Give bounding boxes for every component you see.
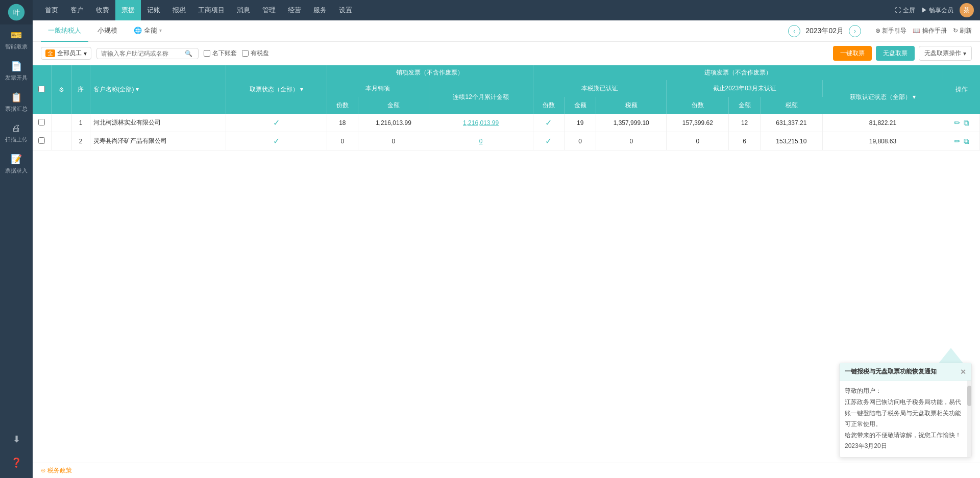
notification-popup: 一键报税与无盘取票功能恢复通知 ✕ 尊敬的用户：江苏政务网已恢访问电子税务局功能… bbox=[839, 363, 972, 458]
tab-all[interactable]: 🌐 全能 ▾ bbox=[127, 20, 169, 42]
row-checkbox-0[interactable] bbox=[33, 114, 51, 132]
notification-line: 2023年3月20日 bbox=[845, 441, 966, 452]
month-nav: ‹ 2023年02月 › bbox=[788, 25, 861, 37]
sidebar-item-label: 扫描上传 bbox=[5, 136, 28, 143]
prev-month-btn[interactable]: ‹ bbox=[788, 25, 800, 37]
no-disk-ops-btn[interactable]: 无盘取票操作 ▾ bbox=[919, 46, 972, 61]
sidebar-bottom: ⬇ ❓ bbox=[6, 429, 27, 478]
nav-bookkeeping[interactable]: 记账 bbox=[141, 0, 166, 20]
nav-management[interactable]: 管理 bbox=[256, 0, 282, 20]
row-uncert-count-1: 6 bbox=[729, 132, 761, 150]
sidebar-item-label: 智能取票 bbox=[5, 43, 28, 51]
customer-search[interactable]: 🔍 bbox=[96, 48, 199, 59]
scan-upload-icon: 🖨 bbox=[12, 123, 21, 134]
th-settings: ⚙ bbox=[51, 65, 71, 114]
filter-right-buttons: 一键取票 无盘取票 无盘取票操作 ▾ bbox=[833, 46, 972, 61]
one-click-fetch-btn[interactable]: 一键取票 bbox=[833, 46, 872, 61]
row-period-amount-1: 0 bbox=[596, 132, 666, 150]
copy-icon-1[interactable]: ⧉ bbox=[964, 137, 969, 146]
checkbox-own-accounts[interactable]: 名下账套 bbox=[204, 49, 237, 58]
help-icon-btn[interactable]: ❓ bbox=[6, 452, 27, 473]
notification-scroll-thumb bbox=[967, 386, 971, 406]
settings-icon[interactable]: ⚙ bbox=[59, 86, 64, 93]
nav-settings[interactable]: 设置 bbox=[333, 0, 358, 20]
nav-messages[interactable]: 消息 bbox=[231, 0, 256, 20]
notification-scrollbar[interactable] bbox=[967, 381, 971, 457]
row-uncert-tax-1: 19,808.63 bbox=[822, 132, 943, 150]
sidebar-item-invoice-summary[interactable]: 📋 票据汇总 bbox=[0, 87, 33, 118]
nav-tax[interactable]: 报税 bbox=[166, 0, 192, 20]
invoice-summary-icon: 📋 bbox=[11, 92, 22, 103]
sidebar-item-smart-fetch[interactable]: 🎫 智能取票 bbox=[0, 24, 33, 56]
row-num-1: 2 bbox=[71, 132, 90, 150]
download-icon-btn[interactable]: ⬇ bbox=[6, 429, 27, 449]
table-row: 1 河北柯源林实业有限公司 ✓ 18 1,216,013.99 158,081.… bbox=[33, 114, 980, 132]
content-area: 一般纳税人 小规模 🌐 全能 ▾ ‹ 2023年02月 › ⊛ 新手引导 📖 操… bbox=[33, 20, 980, 478]
tab-actions: ⊛ 新手引导 📖 操作手册 ↻ 刷新 bbox=[875, 27, 972, 35]
notification-body: 尊敬的用户：江苏政务网已恢访问电子税务局功能，易代账一键登陆电子税务局与无盘取票… bbox=[840, 381, 971, 457]
nav-invoice[interactable]: 票据 bbox=[115, 0, 141, 20]
th-customer: 客户名称(全部) ▾ bbox=[90, 65, 226, 114]
th-cert-status: 获取认证状态（全部） ▾ bbox=[822, 80, 943, 114]
current-month: 2023年02月 bbox=[805, 27, 844, 36]
tab-small[interactable]: 小规模 bbox=[90, 20, 125, 42]
employee-filter[interactable]: 全 全部员工 ▾ bbox=[41, 47, 91, 60]
nav-home[interactable]: 首页 bbox=[39, 0, 64, 20]
sidebar-item-issue-invoice[interactable]: 📄 发票开具 bbox=[0, 56, 33, 87]
row-uncert-amount-1: 153,215.10 bbox=[760, 132, 822, 150]
row-period-tax-1: 0 bbox=[667, 132, 729, 150]
no-disk-fetch-btn[interactable]: 无盘取票 bbox=[876, 46, 915, 61]
nav-billing[interactable]: 收费 bbox=[90, 0, 115, 20]
manual-btn[interactable]: 📖 操作手册 bbox=[913, 27, 946, 35]
th-period-count: 份数 bbox=[533, 97, 565, 114]
sidebar-logo: 叶 bbox=[0, 0, 33, 24]
fullscreen-btn[interactable]: ⛶ 全屏 bbox=[895, 6, 915, 15]
notification-header: 一键报税与无盘取票功能恢复通知 ✕ bbox=[840, 363, 971, 381]
sidebar-item-data-entry[interactable]: 📝 票据录入 bbox=[0, 148, 33, 180]
new-guide-btn[interactable]: ⊛ 新手引导 bbox=[875, 27, 906, 35]
row-month-amount-1: 0 bbox=[358, 132, 429, 150]
row-month-count-0: 18 bbox=[327, 114, 358, 132]
next-month-btn[interactable]: › bbox=[849, 25, 861, 37]
edit-icon-0[interactable]: ✏ bbox=[954, 118, 961, 128]
th-purchase-group: 进项发票（不含作废票） bbox=[533, 65, 943, 80]
search-icon: 🔍 bbox=[185, 50, 192, 57]
sidebar-item-label: 票据录入 bbox=[5, 167, 28, 174]
bottom-bar: ⊙ 税务政策 bbox=[33, 463, 980, 478]
checkbox-has-disk[interactable]: 有税盘 bbox=[242, 49, 269, 58]
row-fetch-status-1: ✓ bbox=[226, 132, 327, 150]
member-btn[interactable]: ▶ 畅享会员 bbox=[921, 6, 953, 15]
tab-general[interactable]: 一般纳税人 bbox=[41, 20, 88, 42]
sidebar: 叶 🎫 智能取票 📄 发票开具 📋 票据汇总 🖨 扫描上传 📝 票据录入 ⬇ ❓ bbox=[0, 0, 33, 478]
th-month-sales: 本月销项 bbox=[327, 80, 429, 97]
nav-operation[interactable]: 经营 bbox=[282, 0, 307, 20]
topnav: 首页 客户 收费 票据 记账 报税 工商项目 消息 管理 经营 服务 设置 ⛶ … bbox=[33, 0, 980, 20]
customer-search-input[interactable] bbox=[101, 50, 183, 57]
nav-clients[interactable]: 客户 bbox=[64, 0, 90, 20]
row-fetch-status-0: ✓ bbox=[226, 114, 327, 132]
issue-invoice-icon: 📄 bbox=[11, 61, 22, 72]
row-month-count-1: 0 bbox=[327, 132, 358, 150]
th-uncert-count: 份数 bbox=[667, 97, 729, 114]
nav-business[interactable]: 工商项目 bbox=[192, 0, 231, 20]
row-num-0: 1 bbox=[71, 114, 90, 132]
sidebar-item-scan-upload[interactable]: 🖨 扫描上传 bbox=[0, 118, 33, 148]
notification-close-btn[interactable]: ✕ bbox=[960, 368, 966, 376]
tax-policy-link[interactable]: ⊙ 税务政策 bbox=[41, 466, 72, 475]
tab-nav: ‹ 2023年02月 › ⊛ 新手引导 📖 操作手册 ↻ 刷新 bbox=[788, 25, 972, 37]
copy-icon-0[interactable]: ⧉ bbox=[964, 118, 969, 128]
th-period-tax: 税额 bbox=[596, 97, 666, 114]
row-checkbox-1[interactable] bbox=[33, 132, 51, 150]
notification-line: 给您带来的不便敬请谅解，祝您工作愉快！ bbox=[845, 430, 966, 441]
row-period-amount-0: 1,357,999.10 bbox=[596, 114, 666, 132]
row-actions-0: ✏ ⧉ bbox=[943, 114, 980, 132]
user-avatar[interactable]: 茶 bbox=[960, 3, 974, 17]
edit-icon-1[interactable]: ✏ bbox=[954, 137, 961, 146]
th-before-march: 截止2023年03月未认证 bbox=[667, 80, 822, 97]
row-period-count-0: 19 bbox=[565, 114, 596, 132]
nav-service[interactable]: 服务 bbox=[307, 0, 333, 20]
table-row: 2 灵寿县尚泽矿产品有限公司 ✓ 0 0 0 0 ✓ 0 0 0 6 153,2… bbox=[33, 132, 980, 150]
th-month-amount: 金额 bbox=[358, 97, 429, 114]
select-all-checkbox[interactable] bbox=[38, 86, 45, 92]
refresh-btn[interactable]: ↻ 刷新 bbox=[953, 27, 972, 35]
